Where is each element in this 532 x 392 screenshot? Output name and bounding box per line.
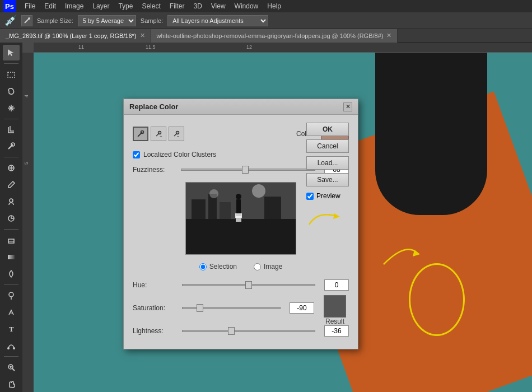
saturation-input[interactable]: -90 bbox=[290, 302, 314, 314]
fuzziness-thumb[interactable] bbox=[242, 166, 249, 174]
magic-wand-tool[interactable] bbox=[3, 100, 20, 116]
options-bar: 💉 Sample Size: 5 by 5 Average Sample: Al… bbox=[0, 12, 532, 29]
svg-rect-18 bbox=[8, 255, 15, 259]
gradient-tool[interactable] bbox=[3, 249, 20, 265]
eyedropper-subtract-icon: − bbox=[172, 130, 180, 138]
menu-edit[interactable]: Edit bbox=[41, 1, 59, 11]
svg-rect-50 bbox=[220, 202, 231, 219]
modal-overlay: Replace Color ✕ + bbox=[22, 43, 532, 392]
type-tool[interactable]: T bbox=[3, 321, 20, 337]
sample-size-select[interactable]: 5 by 5 Average bbox=[78, 15, 136, 26]
cancel-button[interactable]: Cancel bbox=[306, 139, 349, 153]
localized-color-clusters-checkbox[interactable] bbox=[133, 151, 140, 158]
toolbar-divider-3 bbox=[4, 157, 18, 157]
crop-tool[interactable] bbox=[3, 122, 20, 138]
result-label: Result bbox=[325, 318, 344, 325]
menu-layer[interactable]: Layer bbox=[89, 1, 113, 11]
svg-marker-2 bbox=[8, 49, 14, 56]
selection-radio[interactable] bbox=[199, 263, 207, 270]
preview-label[interactable]: Preview bbox=[316, 192, 340, 200]
svg-rect-3 bbox=[8, 72, 15, 77]
menu-filter[interactable]: Filter bbox=[166, 1, 188, 11]
hue-input[interactable]: 0 bbox=[324, 279, 349, 291]
toolbar-divider-2 bbox=[4, 119, 18, 119]
lasso-tool[interactable] bbox=[3, 83, 20, 99]
yellow-curve-svg bbox=[378, 236, 423, 270]
hand-tool[interactable] bbox=[3, 376, 20, 392]
menu-type[interactable]: Type bbox=[115, 1, 136, 11]
tab-1-close[interactable]: ✕ bbox=[386, 32, 391, 39]
history-tool[interactable] bbox=[3, 211, 20, 226]
eyedropper-add[interactable]: + bbox=[151, 127, 166, 141]
load-button[interactable]: Load... bbox=[306, 156, 349, 170]
saturation-thumb[interactable] bbox=[197, 304, 203, 312]
svg-point-19 bbox=[9, 292, 13, 297]
eraser-tool[interactable] bbox=[3, 232, 20, 248]
image-radio[interactable] bbox=[254, 263, 261, 270]
save-button[interactable]: Save... bbox=[306, 173, 349, 186]
selection-label[interactable]: Selection bbox=[209, 263, 237, 270]
menu-3d[interactable]: 3D bbox=[190, 1, 205, 11]
eyedropper-normal[interactable] bbox=[133, 127, 148, 141]
hue-track[interactable] bbox=[182, 284, 315, 286]
ok-button[interactable]: OK bbox=[306, 123, 349, 136]
brush-tool[interactable] bbox=[3, 177, 20, 193]
svg-text:−: − bbox=[177, 134, 180, 138]
tab-0-close[interactable]: ✕ bbox=[140, 32, 145, 39]
menu-window[interactable]: Window bbox=[231, 1, 262, 11]
svg-marker-59 bbox=[333, 213, 340, 219]
move-tool[interactable] bbox=[3, 45, 20, 60]
blur-tool[interactable] bbox=[3, 266, 20, 282]
marquee-tool[interactable] bbox=[3, 67, 20, 82]
image-label[interactable]: Image bbox=[264, 263, 282, 270]
ps-logo: Ps bbox=[3, 0, 16, 12]
menu-help[interactable]: Help bbox=[264, 1, 284, 11]
sample-value-select[interactable]: All Layers no Adjustments bbox=[167, 15, 268, 26]
menu-image[interactable]: Image bbox=[62, 1, 87, 11]
saturation-row: Saturation: -90 bbox=[133, 302, 314, 314]
menu-bar: Ps File Edit Image Layer Type Select Fil… bbox=[0, 0, 532, 12]
dodge-tool[interactable] bbox=[3, 288, 20, 304]
svg-point-58 bbox=[252, 184, 265, 198]
tab-1[interactable]: white-outline-photoshop-removal-emma-gri… bbox=[151, 29, 398, 43]
tab-0[interactable]: _MG_2693.tif @ 100% (Layer 1 copy, RGB/1… bbox=[0, 29, 151, 43]
eyedropper-tool[interactable] bbox=[3, 138, 20, 154]
localized-color-clusters-label[interactable]: Localized Color Clusters bbox=[143, 151, 216, 158]
saturation-label: Saturation: bbox=[133, 304, 173, 312]
tool-options-icon bbox=[21, 15, 32, 26]
lightness-thumb[interactable] bbox=[228, 327, 235, 335]
dialog-titlebar[interactable]: Replace Color ✕ bbox=[124, 99, 358, 115]
menu-file[interactable]: File bbox=[21, 1, 39, 11]
svg-rect-56 bbox=[239, 216, 241, 222]
toolbar-divider-6 bbox=[4, 356, 18, 357]
lightness-label: Lightness: bbox=[133, 327, 173, 335]
yellow-arrow-svg bbox=[306, 208, 346, 230]
eyedropper-subtract[interactable]: − bbox=[169, 127, 184, 141]
fuzziness-label: Fuzziness: bbox=[133, 166, 172, 174]
heal-tool[interactable] bbox=[3, 160, 20, 176]
dialog-title: Replace Color bbox=[129, 102, 178, 111]
saturation-track[interactable] bbox=[182, 307, 281, 309]
replace-color-dialog: Replace Color ✕ + bbox=[123, 99, 358, 349]
lightness-track[interactable] bbox=[182, 330, 315, 332]
hue-thumb[interactable] bbox=[245, 281, 252, 289]
svg-rect-46 bbox=[186, 219, 296, 254]
zoom-tool[interactable] bbox=[3, 360, 20, 375]
dialog-close-button[interactable]: ✕ bbox=[343, 102, 352, 111]
svg-point-22 bbox=[7, 347, 10, 349]
radio-row: Selection Image bbox=[133, 263, 349, 270]
hsl-section: Hue: 0 Saturation: bbox=[133, 279, 349, 337]
preview-checkbox-row: Preview bbox=[306, 192, 349, 200]
path-tool[interactable] bbox=[3, 338, 20, 353]
preview-checkbox[interactable] bbox=[306, 193, 314, 200]
tab-0-label: _MG_2693.tif @ 100% (Layer 1 copy, RGB/1… bbox=[6, 32, 137, 39]
menu-select[interactable]: Select bbox=[138, 1, 164, 11]
fuzziness-track[interactable] bbox=[181, 169, 315, 171]
toolbar-divider-5 bbox=[4, 284, 18, 285]
canvas-area: 11 11.5 12 4 5 bbox=[22, 43, 532, 392]
lightness-input[interactable]: -36 bbox=[324, 325, 349, 337]
bw-detail-svg bbox=[186, 183, 296, 254]
clone-tool[interactable] bbox=[3, 194, 20, 209]
pen-tool[interactable] bbox=[3, 305, 20, 320]
menu-view[interactable]: View bbox=[208, 1, 229, 11]
